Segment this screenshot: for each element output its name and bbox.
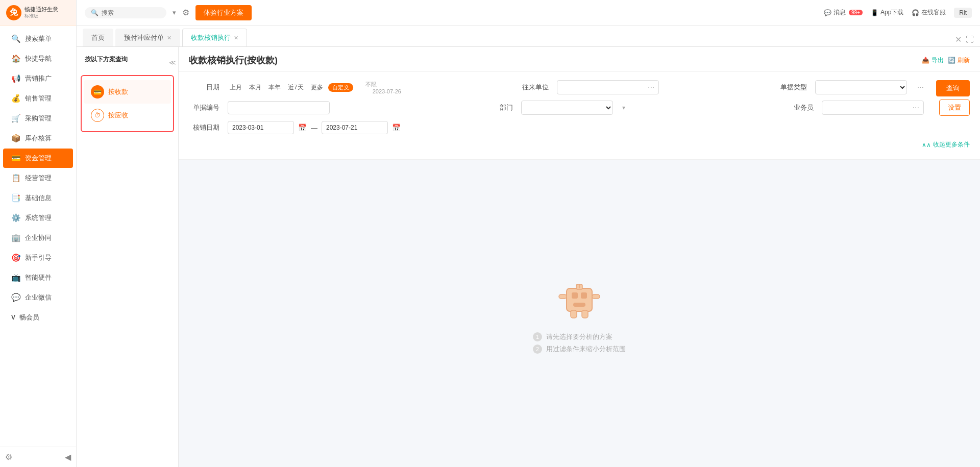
- doc-no-input[interactable]: [228, 101, 330, 114]
- sidebar-item-guide[interactable]: 🎯 新手引导: [3, 248, 73, 267]
- messages-action[interactable]: 💬 消息 99+: [824, 8, 863, 17]
- expand-tab-icon[interactable]: ⛶: [966, 35, 974, 44]
- sidebar-item-purchase[interactable]: 🛒 采购管理: [3, 109, 73, 128]
- date-custom-badge[interactable]: 自定义: [328, 83, 353, 92]
- refresh-button[interactable]: 🔄 刷新: [948, 56, 970, 65]
- dept-dropdown-icon: ▾: [622, 104, 625, 111]
- sidebar-item-finance[interactable]: 💳 资金管理: [3, 149, 73, 168]
- collapse-sidebar-icon[interactable]: ◀: [65, 452, 71, 462]
- sidebar-item-label: 库存核算: [25, 134, 52, 143]
- date-no-limit-label: 不限: [365, 81, 401, 88]
- page-title: 收款核销执行(按收款): [189, 54, 278, 66]
- filter-row-2: 单据编号 部门 ▾ 业务员 ··: [189, 101, 924, 115]
- staff-dots-icon[interactable]: ···: [913, 103, 919, 112]
- verify-date-start-input[interactable]: [228, 121, 294, 134]
- doc-type-select[interactable]: [815, 80, 907, 94]
- date-tab-this-month[interactable]: 本月: [247, 82, 263, 93]
- close-prepay-tab[interactable]: ✕: [167, 35, 172, 41]
- app-badge: 标准版: [24, 13, 58, 19]
- doc-type-dots-icon[interactable]: ···: [917, 83, 924, 92]
- export-button[interactable]: 📤 导出: [922, 56, 944, 65]
- tab-prepay[interactable]: 预付冲应付单 ✕: [115, 29, 180, 46]
- finance-icon: 💳: [11, 154, 21, 163]
- export-label: 导出: [932, 56, 944, 65]
- search-input[interactable]: [102, 9, 153, 16]
- sidebar-item-label: 快捷导航: [25, 54, 52, 63]
- sidebar-item-label: 企业协同: [25, 233, 52, 242]
- hint-text-1: 请先选择要分析的方案: [546, 332, 612, 341]
- sidebar-item-quick-nav[interactable]: 🏠 快捷导航: [3, 49, 73, 68]
- online-service-label: 在线客服: [921, 8, 946, 17]
- filter-section: 日期 上月 本月 本年 近7天 更多 自定义 不限 2: [179, 72, 980, 160]
- sidebar-item-inventory[interactable]: 📦 库存核算: [3, 129, 73, 148]
- search-box[interactable]: 🔍: [85, 7, 166, 18]
- content-area: 按以下方案查询 ≪ 💳 按收款 ⏱ 按应收 收款核销执行(按收款): [77, 47, 980, 467]
- service-icon: 🎧: [912, 9, 919, 16]
- svg-rect-6: [559, 294, 567, 299]
- tab-receipt-verify[interactable]: 收款核销执行 ✕: [182, 29, 247, 46]
- date-tab-last-month[interactable]: 上月: [228, 82, 244, 93]
- sidebar-footer: ⚙ ◀: [0, 447, 76, 467]
- collapse-filter-label: 收起更多条件: [933, 140, 970, 149]
- date-tab-this-year[interactable]: 本年: [266, 82, 283, 93]
- tab-home[interactable]: 首页: [83, 29, 113, 46]
- tabs-bar-actions: ✕ ⛶: [955, 35, 974, 46]
- sidebar-nav: 🔍 搜索菜单 🏠 快捷导航 📢 营销推广 💰 销售管理 🛒 采购管理 📦 库存核…: [0, 26, 76, 447]
- dept-select[interactable]: [521, 101, 613, 115]
- sidebar-item-operations[interactable]: 📋 经营管理: [3, 168, 73, 188]
- svg-rect-2: [581, 292, 587, 299]
- date-tab-more[interactable]: 更多: [309, 82, 325, 93]
- settings-button[interactable]: 设置: [939, 100, 970, 116]
- date-tab-7days[interactable]: 近7天: [286, 82, 306, 93]
- member-icon: V: [11, 314, 15, 321]
- sidebar-item-wechat[interactable]: 💬 企业微信: [3, 288, 73, 307]
- verify-date-end-calendar-icon[interactable]: 📅: [392, 124, 401, 132]
- date-filter-label: 日期: [189, 83, 219, 92]
- marketing-icon: 📢: [11, 74, 21, 83]
- verify-date-start-calendar-icon[interactable]: 📅: [298, 124, 307, 132]
- collapse-filter-button[interactable]: ∧∧ 收起更多条件: [922, 138, 970, 151]
- sales-icon: 💰: [11, 94, 21, 103]
- sidebar-item-label: 销售管理: [25, 94, 52, 103]
- page-title-bar: 收款核销执行(按收款) 📤 导出 🔄 刷新: [179, 47, 980, 72]
- empty-state: 1 请先选择要分析的方案 2 用过滤条件来缩小分析范围: [179, 160, 980, 467]
- partner-input[interactable]: [561, 84, 646, 91]
- app-download-action[interactable]: 📱 App下载: [871, 8, 903, 17]
- app-icon: 📱: [871, 9, 878, 16]
- close-receipt-verify-tab[interactable]: ✕: [234, 35, 238, 41]
- home-icon: 🏠: [11, 54, 21, 63]
- sidebar-item-marketing[interactable]: 📢 营销推广: [3, 69, 73, 88]
- svg-rect-1: [572, 292, 578, 299]
- sidebar-item-search-menu[interactable]: 🔍 搜索菜单: [3, 29, 73, 48]
- sidebar-item-system[interactable]: ⚙️ 系统管理: [3, 208, 73, 228]
- partner-dots-icon[interactable]: ···: [648, 83, 654, 92]
- settings-icon[interactable]: ⚙: [5, 452, 12, 462]
- user-profile[interactable]: Rit: [954, 8, 972, 18]
- online-service-action[interactable]: 🎧 在线客服: [912, 8, 946, 17]
- verify-date-end-input[interactable]: [322, 121, 388, 134]
- sidebar-item-sales[interactable]: 💰 销售管理: [3, 89, 73, 108]
- left-panel-collapse-icon[interactable]: ≪: [169, 58, 176, 66]
- query-by-receivable[interactable]: ⏱ 按应收: [84, 104, 171, 127]
- app-name: 畅捷通好生意: [24, 6, 58, 13]
- solution-button[interactable]: 体验行业方案: [195, 5, 252, 20]
- topbar-gear-icon[interactable]: ⚙: [182, 8, 189, 17]
- sidebar-item-label: 采购管理: [25, 114, 52, 123]
- sidebar-item-label: 资金管理: [25, 154, 52, 163]
- date-dash: —: [311, 124, 317, 132]
- close-tab-icon[interactable]: ✕: [955, 35, 962, 44]
- sidebar-item-enterprise[interactable]: 🏢 企业协同: [3, 228, 73, 248]
- sidebar-item-label: 经营管理: [25, 174, 52, 183]
- operations-icon: 📋: [11, 174, 21, 183]
- dropdown-icon[interactable]: ▾: [173, 9, 176, 16]
- staff-filter-label: 业务员: [793, 103, 814, 112]
- export-icon: 📤: [922, 57, 929, 64]
- query-by-receipt[interactable]: 💳 按收款: [84, 80, 171, 104]
- sidebar-item-member[interactable]: V 畅会员: [3, 308, 73, 327]
- sidebar-item-basic-info[interactable]: 📑 基础信息: [3, 188, 73, 208]
- hint-number-2: 2: [533, 345, 542, 354]
- svg-rect-9: [582, 310, 588, 318]
- staff-input[interactable]: [826, 104, 911, 111]
- sidebar-item-hardware[interactable]: 📺 智能硬件: [3, 268, 73, 287]
- query-button[interactable]: 查询: [936, 80, 970, 96]
